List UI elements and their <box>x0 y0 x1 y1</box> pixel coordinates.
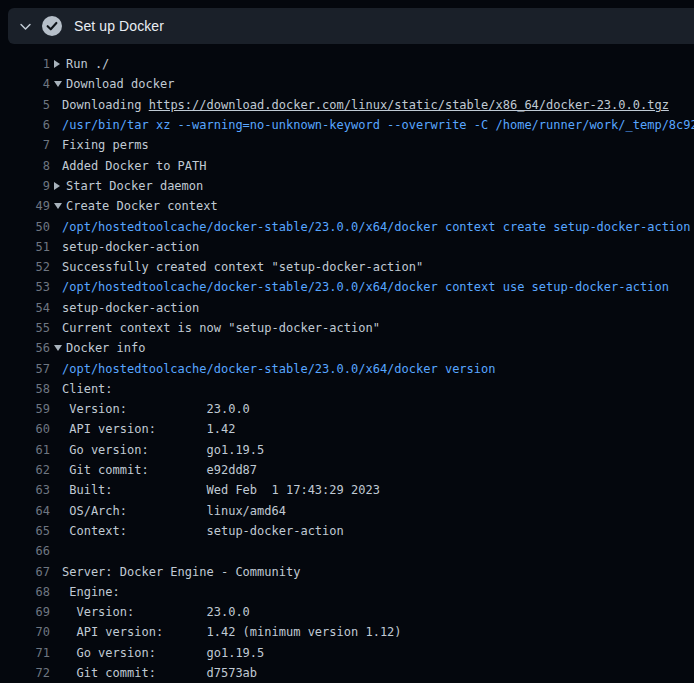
group-title: Create Docker context <box>66 199 218 213</box>
log-text: API version: 1.42 (minimum version 1.12) <box>62 625 402 639</box>
line-number[interactable]: 66 <box>0 544 50 558</box>
log-text: Downloading https://download.docker.com/… <box>62 98 669 112</box>
group-title: Docker info <box>66 341 145 355</box>
line-number[interactable]: 53 <box>0 280 50 294</box>
triangle-down-icon <box>54 203 62 209</box>
log-text: Context: setup-docker-action <box>62 524 344 538</box>
log-line: 65 Context: setup-docker-action <box>0 521 694 541</box>
log-line: 54setup-docker-action <box>0 298 694 318</box>
log-line: 53/opt/hostedtoolcache/docker-stable/23.… <box>0 277 694 297</box>
chevron-down-icon[interactable] <box>8 20 42 33</box>
log-line: 63 Built: Wed Feb 1 17:43:29 2023 <box>0 480 694 500</box>
line-number[interactable]: 6 <box>0 118 50 132</box>
log-text: OS/Arch: linux/amd64 <box>62 504 286 518</box>
line-number[interactable]: 57 <box>0 362 50 376</box>
group-title: Download docker <box>66 77 174 91</box>
log-group-row[interactable]: 4Download docker <box>0 74 694 94</box>
log-line: 67Server: Docker Engine - Community <box>0 561 694 581</box>
line-number[interactable]: 70 <box>0 625 50 639</box>
log-text: Engine: <box>62 585 120 599</box>
line-number[interactable]: 52 <box>0 260 50 274</box>
log-line: 60 API version: 1.42 <box>0 419 694 439</box>
log-group-row[interactable]: 49Create Docker context <box>0 196 694 216</box>
line-number[interactable]: 8 <box>0 159 50 173</box>
log-text: Go version: go1.19.5 <box>62 646 264 660</box>
line-number[interactable]: 7 <box>0 138 50 152</box>
line-number[interactable]: 55 <box>0 321 50 335</box>
step-title: Set up Docker <box>74 18 164 34</box>
log-line: 55Current context is now "setup-docker-a… <box>0 318 694 338</box>
command-text: /opt/hostedtoolcache/docker-stable/23.0.… <box>62 362 495 376</box>
line-number[interactable]: 65 <box>0 524 50 538</box>
log-line: 72 Git commit: d7573ab <box>0 663 694 683</box>
line-number[interactable]: 51 <box>0 240 50 254</box>
step-header[interactable]: Set up Docker <box>8 8 694 44</box>
log-container: 1Run ./4Download docker5Downloading http… <box>0 54 694 683</box>
log-text-prefix: Downloading <box>62 98 149 112</box>
triangle-right-icon <box>54 60 60 68</box>
log-text: Fixing perms <box>62 138 149 152</box>
log-text: API version: 1.42 <box>62 422 235 436</box>
triangle-down-icon <box>54 345 62 351</box>
log-line: 51setup-docker-action <box>0 237 694 257</box>
log-line: 5Downloading https://download.docker.com… <box>0 95 694 115</box>
command-text: /usr/bin/tar xz --warning=no-unknown-key… <box>62 118 694 132</box>
line-number[interactable]: 56 <box>0 341 50 355</box>
log-line: 6/usr/bin/tar xz --warning=no-unknown-ke… <box>0 115 694 135</box>
log-text: Client: <box>62 382 113 396</box>
group-title: Run ./ <box>66 57 109 71</box>
chevron-collapsed-icon[interactable] <box>54 182 66 190</box>
log-text: Version: 23.0.0 <box>62 402 250 416</box>
line-number[interactable]: 50 <box>0 220 50 234</box>
line-number[interactable]: 67 <box>0 565 50 579</box>
line-number[interactable]: 5 <box>0 98 50 112</box>
triangle-right-icon <box>54 182 60 190</box>
chevron-expanded-icon[interactable] <box>54 81 66 87</box>
log-group-row[interactable]: 9Start Docker daemon <box>0 176 694 196</box>
log-line: 68 Engine: <box>0 582 694 602</box>
chevron-expanded-icon[interactable] <box>54 203 66 209</box>
line-number[interactable]: 59 <box>0 402 50 416</box>
line-number[interactable]: 1 <box>0 57 50 71</box>
line-number[interactable]: 60 <box>0 422 50 436</box>
log-line: 69 Version: 23.0.0 <box>0 602 694 622</box>
log-line: 62 Git commit: e92dd87 <box>0 460 694 480</box>
line-number[interactable]: 49 <box>0 199 50 213</box>
log-line: 7Fixing perms <box>0 135 694 155</box>
log-line: 71 Go version: go1.19.5 <box>0 643 694 663</box>
download-url-link[interactable]: https://download.docker.com/linux/static… <box>149 98 669 112</box>
line-number[interactable]: 9 <box>0 179 50 193</box>
log-line: 8Added Docker to PATH <box>0 155 694 175</box>
log-text: Successfully created context "setup-dock… <box>62 260 423 274</box>
log-text: Version: 23.0.0 <box>62 605 250 619</box>
log-line: 59 Version: 23.0.0 <box>0 399 694 419</box>
line-number[interactable]: 58 <box>0 382 50 396</box>
log-line: 61 Go version: go1.19.5 <box>0 440 694 460</box>
log-text: Current context is now "setup-docker-act… <box>62 321 380 335</box>
command-text: /opt/hostedtoolcache/docker-stable/23.0.… <box>62 220 694 234</box>
triangle-down-icon <box>54 81 62 87</box>
command-text: /opt/hostedtoolcache/docker-stable/23.0.… <box>62 280 669 294</box>
check-circle-icon <box>42 16 62 36</box>
log-text: Server: Docker Engine - Community <box>62 565 300 579</box>
chevron-expanded-icon[interactable] <box>54 345 66 351</box>
log-text: setup-docker-action <box>62 301 199 315</box>
log-group-row[interactable]: 1Run ./ <box>0 54 694 74</box>
line-number[interactable]: 63 <box>0 483 50 497</box>
line-number[interactable]: 71 <box>0 646 50 660</box>
line-number[interactable]: 68 <box>0 585 50 599</box>
group-title: Start Docker daemon <box>66 179 203 193</box>
line-number[interactable]: 61 <box>0 443 50 457</box>
log-group-row[interactable]: 56Docker info <box>0 338 694 358</box>
log-text: Git commit: d7573ab <box>62 666 257 680</box>
line-number[interactable]: 62 <box>0 463 50 477</box>
log-line: 66 <box>0 541 694 561</box>
log-line: 57/opt/hostedtoolcache/docker-stable/23.… <box>0 358 694 378</box>
line-number[interactable]: 4 <box>0 77 50 91</box>
log-line: 58Client: <box>0 379 694 399</box>
chevron-collapsed-icon[interactable] <box>54 60 66 68</box>
line-number[interactable]: 64 <box>0 504 50 518</box>
line-number[interactable]: 54 <box>0 301 50 315</box>
line-number[interactable]: 69 <box>0 605 50 619</box>
line-number[interactable]: 72 <box>0 666 50 680</box>
